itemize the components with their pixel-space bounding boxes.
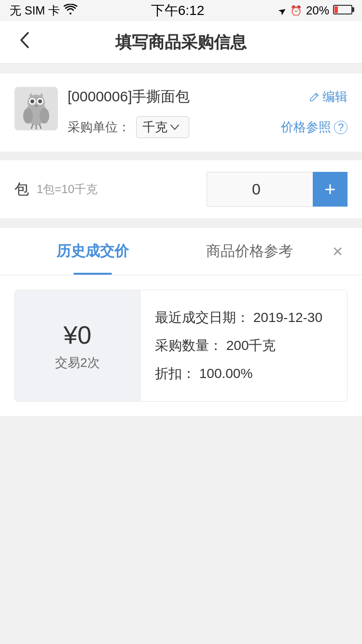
- purchase-quantity-value: 200千克: [226, 338, 276, 353]
- quantity-unit-main: 包: [14, 180, 29, 199]
- history-trade-count: 交易2次: [55, 354, 99, 371]
- quantity-input[interactable]: [207, 172, 313, 207]
- svg-line-15: [315, 94, 317, 96]
- tab-product-price[interactable]: 商品价格参考: [171, 228, 327, 275]
- quantity-plus-button[interactable]: +: [313, 172, 348, 207]
- separator-1: [0, 152, 362, 159]
- edit-label: 编辑: [322, 88, 348, 105]
- page-title: 填写商品采购信息: [115, 31, 247, 54]
- recent-date-row: 最近成交日期： 2019-12-30: [155, 308, 333, 328]
- unit-selector-group: 采购单位： 千克: [68, 116, 189, 138]
- unit-label: 采购单位：: [68, 119, 130, 136]
- chevron-down-icon: [170, 125, 179, 130]
- recent-date-label: 最近成交日期：: [155, 310, 250, 325]
- svg-point-5: [30, 99, 34, 103]
- discount-label: 折扣：: [155, 366, 195, 381]
- back-button[interactable]: [14, 26, 35, 58]
- status-bar-right: ➤ ⏰ 20%: [278, 4, 352, 17]
- quantity-label-group: 包 1包=10千克: [14, 180, 97, 199]
- price-ref-label: 价格参照: [281, 119, 331, 136]
- battery-percentage: 20%: [306, 4, 329, 17]
- svg-point-10: [23, 108, 33, 124]
- price-reference-button[interactable]: 价格参照 ?: [281, 119, 348, 136]
- product-logo: [14, 87, 58, 130]
- nav-bar: 填写商品采购信息: [0, 21, 362, 64]
- quantity-unit-equiv: 1包=10千克: [37, 182, 97, 197]
- history-content: ¥0 交易2次 最近成交日期： 2019-12-30 采购数量： 200千克 折…: [0, 275, 362, 416]
- history-card-right: 最近成交日期： 2019-12-30 采购数量： 200千克 折扣： 100.0…: [140, 290, 347, 401]
- status-bar-time: 下午6:12: [151, 1, 205, 20]
- unit-value: 千克: [142, 119, 167, 136]
- quantity-section: 包 1包=10千克 +: [0, 160, 362, 218]
- battery-icon: [333, 4, 352, 17]
- purchase-quantity-label: 采购数量：: [155, 338, 223, 353]
- svg-point-11: [40, 108, 49, 124]
- help-icon: ?: [334, 121, 348, 134]
- tab-section: 历史成交价 商品价格参考 × ¥0 交易2次 最近成交日期： 2019-12-3…: [0, 228, 362, 416]
- product-title-row: [0000006]手撕面包 编辑: [68, 87, 348, 107]
- product-unit-row: 采购单位： 千克 价格参照 ?: [68, 116, 348, 138]
- history-card-left: ¥0 交易2次: [15, 290, 140, 401]
- tab-close-button[interactable]: ×: [328, 237, 348, 266]
- tab-product-label: 商品价格参考: [206, 243, 293, 259]
- recent-date-value: 2019-12-30: [253, 310, 322, 325]
- no-sim-text: 无 SIM 卡: [10, 3, 60, 18]
- status-bar: 无 SIM 卡 下午6:12 ➤ ⏰ 20%: [0, 0, 362, 21]
- wifi-icon: [64, 4, 77, 17]
- product-card: [0000006]手撕面包 编辑 采购单位： 千克: [0, 73, 362, 152]
- product-header: [0000006]手撕面包 编辑 采购单位： 千克: [14, 87, 348, 138]
- discount-row: 折扣： 100.00%: [155, 364, 333, 384]
- product-info: [0000006]手撕面包 编辑 采购单位： 千克: [68, 87, 348, 138]
- history-card: ¥0 交易2次 最近成交日期： 2019-12-30 采购数量： 200千克 折…: [14, 290, 348, 402]
- quantity-input-group: +: [207, 172, 348, 207]
- purchase-quantity-row: 采购数量： 200千克: [155, 336, 333, 356]
- alarm-icon: ⏰: [290, 5, 302, 16]
- tab-history-label: 历史成交价: [56, 243, 129, 259]
- history-price: ¥0: [64, 321, 92, 350]
- discount-value: 100.00%: [199, 366, 253, 381]
- svg-point-6: [38, 99, 42, 103]
- tab-header: 历史成交价 商品价格参考 ×: [0, 228, 362, 275]
- location-icon: ➤: [276, 3, 289, 17]
- unit-select[interactable]: 千克: [136, 116, 189, 138]
- product-name: [0000006]手撕面包: [68, 87, 190, 107]
- edit-button[interactable]: 编辑: [309, 88, 348, 105]
- tab-underline: [73, 273, 112, 275]
- tab-history-price[interactable]: 历史成交价: [14, 228, 171, 275]
- status-bar-left: 无 SIM 卡: [10, 3, 77, 18]
